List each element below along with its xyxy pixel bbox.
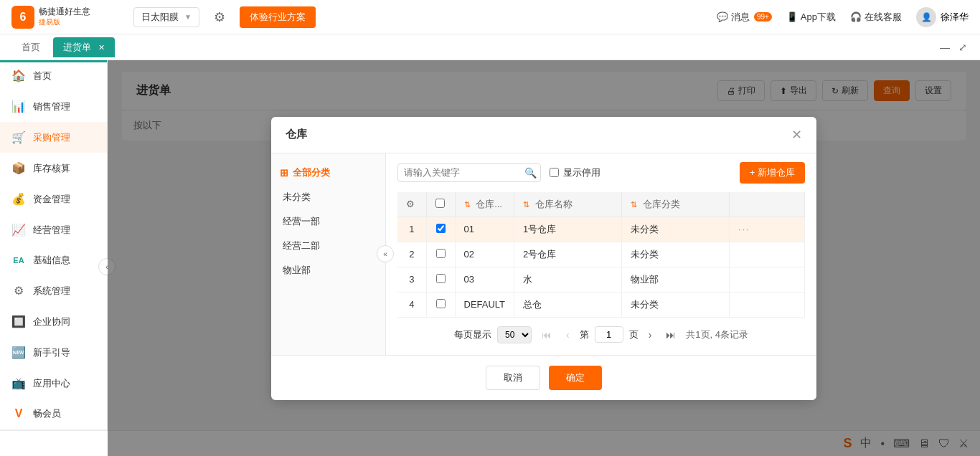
sidebar-item-label: 资金管理 — [33, 193, 70, 206]
row-checkbox-cell — [426, 217, 455, 242]
th-checkbox — [426, 192, 455, 217]
select-all-checkbox[interactable] — [435, 199, 445, 208]
row-checkbox[interactable] — [436, 224, 446, 233]
sidebar-item-inventory[interactable]: 📦 库存核算 — [0, 153, 107, 184]
first-page-button[interactable]: ⏮ — [537, 328, 556, 342]
row-id: 01 — [455, 217, 514, 242]
trial-button[interactable]: 体验行业方案 — [240, 6, 316, 28]
vip-icon: V — [11, 407, 26, 420]
modal-header: 仓库 ✕ — [271, 117, 816, 153]
search-icon[interactable]: 🔍 — [524, 167, 537, 179]
nav-controls: — ⤢ — [938, 40, 969, 54]
app-download-item[interactable]: 📱 App下载 — [786, 11, 836, 24]
row-more-icon[interactable]: ··· — [738, 224, 750, 234]
row-num: 1 — [397, 217, 426, 242]
category-collapse-button[interactable]: « — [377, 245, 394, 262]
online-service-item[interactable]: 🎧 在线客服 — [850, 11, 902, 24]
sales-icon: 📊 — [11, 100, 26, 113]
confirm-button[interactable]: 确定 — [549, 366, 602, 390]
category-item-operations2[interactable]: 经营二部 — [271, 234, 385, 258]
sidebar: 🏠 首页 📊 销售管理 🛒 采购管理 📦 库存核算 💰 资金管理 📈 经营管理 … — [0, 60, 108, 456]
messages-label: 消息 — [731, 11, 750, 24]
row-checkbox[interactable] — [436, 299, 446, 308]
sidebar-item-enterprise[interactable]: 🔲 企业协同 — [0, 306, 107, 337]
settings-icon[interactable]: ⚙ — [208, 6, 231, 29]
category-item-uncategorized[interactable]: 未分类 — [271, 185, 385, 209]
category-item-operations1[interactable]: 经营一部 — [271, 209, 385, 234]
row-actions-cell: ··· — [730, 217, 805, 242]
user-avatar: 👤 — [916, 7, 936, 27]
modal-title: 仓库 — [286, 128, 307, 141]
enterprise-icon: 🔲 — [11, 315, 26, 328]
modal-body: ⊞ 全部分类 未分类 经营一部 经营二部 物业部 « — [271, 153, 816, 355]
modal-close-icon[interactable]: ✕ — [791, 127, 802, 143]
tab-close-icon[interactable]: ✕ — [98, 43, 105, 52]
pagination-bar: 每页显示 50 ⏮ ‹ 第 页 › ⏭ 共1页, 4条记录 — [397, 318, 805, 346]
sidebar-item-guide[interactable]: 🆕 新手引导 — [0, 337, 107, 368]
per-page-select[interactable]: 50 — [497, 326, 532, 343]
message-icon: 💬 — [717, 11, 728, 22]
sidebar-item-app-center[interactable]: 📺 应用中心 — [0, 368, 107, 399]
content-area: 进货单 🖨 打印 ⬆ 导出 ↻ 刷新 查询 — [108, 60, 980, 456]
row-category: 未分类 — [622, 217, 730, 242]
app-logo-icon: 6 — [11, 6, 34, 29]
modal-overlay: 仓库 ✕ ⊞ 全部分类 未分类 经营一部 经营二部 物业部 — [108, 60, 980, 456]
th-warehouse-category: ⇅ 仓库分类 — [622, 192, 730, 217]
app-center-icon: 📺 — [11, 376, 26, 390]
table-header-row: ⚙ ⇅ 仓库... ⇅ — [397, 192, 805, 217]
brand-text: 畅捷通好生意 捷易版 — [39, 6, 90, 28]
row-num: 4 — [397, 292, 426, 317]
sidebar-item-purchase[interactable]: 🛒 采购管理 — [0, 122, 107, 153]
user-area[interactable]: 👤 徐泽华 — [916, 7, 969, 27]
teal-accent-line — [0, 60, 107, 62]
show-disabled-checkbox[interactable] — [550, 168, 559, 177]
sidebar-item-label: 系统管理 — [33, 285, 70, 298]
next-page-button[interactable]: › — [644, 328, 656, 342]
show-disabled-label: 显示停用 — [563, 166, 600, 179]
table-row[interactable]: 2 02 2号仓库 未分类 — [397, 242, 805, 267]
nav-minimize-icon[interactable]: — — [938, 40, 951, 54]
app-download-label: App下载 — [801, 11, 836, 24]
sidebar-item-finance[interactable]: 💰 资金管理 — [0, 184, 107, 214]
add-warehouse-button[interactable]: + 新增仓库 — [740, 162, 805, 184]
table-row[interactable]: 3 03 水 物业部 — [397, 267, 805, 292]
table-row[interactable]: 1 01 1号仓库 未分类 ··· — [397, 217, 805, 242]
tab-home[interactable]: 首页 — [11, 37, 50, 57]
sidebar-item-sales[interactable]: 📊 销售管理 — [0, 91, 107, 122]
sidebar-item-basic-info[interactable]: EA 基础信息 — [0, 245, 107, 275]
sidebar-item-system[interactable]: ⚙ 系统管理 — [0, 275, 107, 306]
page-number-input[interactable] — [595, 326, 623, 343]
page-label: 第 — [580, 328, 589, 341]
sidebar-item-home[interactable]: 🏠 首页 — [0, 60, 107, 91]
store-selector[interactable]: 日太阳膜 ▼ — [133, 7, 199, 27]
row-actions-cell — [730, 267, 805, 292]
row-checkbox[interactable] — [436, 274, 446, 283]
tab-purchase[interactable]: 进货单 ✕ — [53, 37, 115, 57]
home-icon: 🏠 — [11, 69, 26, 82]
last-page-button[interactable]: ⏭ — [661, 328, 680, 342]
row-name: 2号仓库 — [514, 242, 622, 267]
row-checkbox[interactable] — [436, 249, 446, 258]
page-suffix: 页 — [629, 328, 639, 341]
table-toolbar: 🔍 显示停用 + 新增仓库 — [397, 162, 805, 184]
header-right: 💬 消息 99+ 📱 App下载 🎧 在线客服 👤 徐泽华 — [717, 7, 969, 27]
sort-icon-name: ⇅ — [523, 200, 529, 209]
prev-page-button[interactable]: ‹ — [562, 328, 574, 342]
main-layout: 🏠 首页 📊 销售管理 🛒 采购管理 📦 库存核算 💰 资金管理 📈 经营管理 … — [0, 60, 980, 456]
sidebar-item-vip[interactable]: V 畅会员 — [0, 399, 107, 429]
cancel-button[interactable]: 取消 — [486, 366, 540, 390]
sidebar-item-operations[interactable]: 📈 经营管理 — [0, 214, 107, 245]
search-input[interactable] — [404, 167, 524, 178]
guide-icon: 🆕 — [11, 346, 26, 359]
row-actions-cell — [730, 242, 805, 267]
table-row[interactable]: 4 DEFAULT 总仓 未分类 — [397, 292, 805, 317]
category-header-label: 全部分类 — [293, 166, 330, 179]
online-service-label: 在线客服 — [864, 11, 902, 24]
category-item-property[interactable]: 物业部 — [271, 258, 385, 282]
nav-expand-icon[interactable]: ⤢ — [957, 40, 969, 54]
store-name: 日太阳膜 — [141, 11, 179, 24]
messages-item[interactable]: 💬 消息 99+ — [717, 11, 772, 24]
logo-area: 6 畅捷通好生意 捷易版 — [11, 6, 119, 29]
username: 徐泽华 — [941, 11, 969, 24]
purchase-icon: 🛒 — [11, 130, 26, 144]
